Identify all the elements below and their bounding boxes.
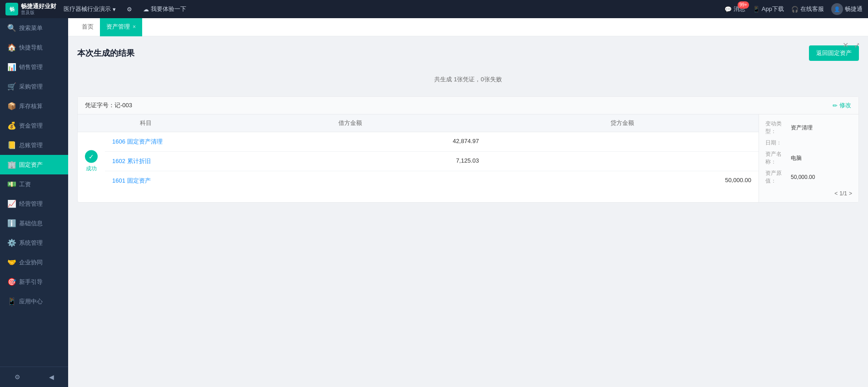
sidebar-item-ledger[interactable]: 📒 总账管理 [0,135,68,155]
table-row: 1606 固定资产清理 42,874.97 [105,132,759,152]
maximize-overlay-button[interactable]: ⤢ [853,40,861,50]
sidebar-item-label: 库存核算 [19,102,43,110]
tab-home[interactable]: 首页 [75,18,100,36]
company-settings-button[interactable]: ⚙ [123,3,136,15]
table-main: 科目 借方金额 贷方金额 ✓ 成功 [78,114,759,202]
close-overlay-button[interactable]: ✕ [842,40,849,50]
user-area[interactable]: 👤 畅捷通 [831,3,863,15]
asset-name-value: 电脑 [791,154,802,162]
logo-text: 畅捷通好业财 普及版 [21,3,56,15]
header-account: 科目 [78,114,214,132]
next-page-button[interactable]: > [849,190,852,197]
basic-info-icon: ℹ️ [7,219,15,228]
change-type-row: 变动类型： 资产清理 [765,120,852,135]
credit-cell: 50,000.00 [486,171,759,190]
edit-icon: ✏ [833,102,838,109]
success-indicator: ✓ 成功 [85,150,98,173]
sidebar-item-system[interactable]: ⚙️ 系统管理 [0,233,68,253]
header-debit: 借方金额 [214,114,486,132]
summary-text: 共生成 1张凭证，0张失败 [434,76,501,83]
original-value-label: 资产原值： [765,169,791,185]
logo-subtitle: 普及版 [21,10,56,15]
page-indicator: 1/1 [839,190,847,197]
voucher-table: 科目 借方金额 贷方金额 ✓ 成功 [78,114,858,202]
edit-button[interactable]: ✏ 修改 [833,101,851,109]
company-selector[interactable]: 医疗器械行业演示 ▾ [60,3,119,15]
tab-bar: 首页 资产管理 × [68,18,868,36]
sidebar-item-finance[interactable]: 💰 资金管理 [0,116,68,135]
account-cell[interactable]: 1606 固定资产清理 [105,132,214,151]
try-experience-button[interactable]: ☁ 我要体验一下 [139,3,190,15]
sidebar-item-label: 销售管理 [19,63,43,71]
voucher-header: 凭证字号：记-003 ✏ 修改 [78,97,858,114]
app-download-label: App下载 [762,5,784,13]
account-cell[interactable]: 1601 固定资产 [105,171,214,190]
sidebar-item-purchase[interactable]: 🛒 采购管理 [0,77,68,96]
account-cell[interactable]: 1602 累计折旧 [105,152,214,171]
side-panel: 变动类型： 资产清理 日期： 资产名称： 电脑 [759,114,858,202]
table-header: 科目 借方金额 贷方金额 [78,114,759,132]
original-value-row: 资产原值： 50,000.00 [765,169,852,185]
sidebar-item-operations[interactable]: 📈 经营管理 [0,194,68,213]
top-header: 畅 畅捷通好业财 普及版 医疗器械行业演示 ▾ ⚙ ☁ 我要体验一下 💬 消息 … [0,0,868,18]
edit-label: 修改 [839,101,851,109]
table-row: 1602 累计折旧 7,125.03 [105,152,759,171]
sidebar-item-enterprise[interactable]: 🤝 企业协同 [0,253,68,272]
credit-cell [486,132,759,151]
logo-icon: 畅 [5,3,18,15]
online-service-button[interactable]: 🎧 在线客服 [791,5,824,13]
table-rows: 1606 固定资产清理 42,874.97 1602 累计折旧 7,125.03 [78,132,759,190]
tab-close-button[interactable]: × [133,24,136,30]
dropdown-icon: ▾ [113,6,116,13]
app-download-button[interactable]: 📱 App下载 [753,5,784,13]
sidebar-item-payroll[interactable]: 💵 工资 [0,174,68,194]
logo-title: 畅捷通好业财 [21,3,56,10]
result-summary: 共生成 1张凭证，0张失败 [77,70,859,89]
sidebar-item-inventory[interactable]: 📦 库存核算 [0,96,68,116]
overlay-controls: ✕ ⤢ [842,40,861,50]
sidebar-item-label: 工资 [19,180,31,189]
page-content: ✕ ⤢ 本次生成的结果 返回固定资产 共生成 1张凭证，0张失败 凭证字号：记-… [68,36,868,387]
success-text: 成功 [86,165,97,173]
sidebar-item-guide[interactable]: 🎯 新手引导 [0,272,68,292]
debit-cell: 7,125.03 [214,152,486,171]
sidebar-item-sales[interactable]: 📊 销售管理 [0,57,68,77]
messages-button[interactable]: 💬 消息 99+ [724,5,745,13]
sidebar-collapse-button[interactable]: ◀ [46,371,57,383]
inventory-icon: 📦 [7,102,15,110]
payroll-icon: 💵 [7,180,15,189]
ledger-icon: 📒 [7,141,15,149]
guide-icon: 🎯 [7,278,15,286]
sidebar-item-fixed-assets[interactable]: 🏢 固定资产 [0,155,68,174]
voucher-card: 凭证字号：记-003 ✏ 修改 科目 借方金额 贷方金额 [77,96,859,203]
download-icon: 📱 [753,6,760,13]
debit-cell: 42,874.97 [214,132,486,151]
sidebar: 🔍 搜索菜单 🏠 快捷导航 📊 销售管理 🛒 采购管理 📦 库存核算 💰 资金管… [0,18,68,387]
sidebar-item-basic-info[interactable]: ℹ️ 基础信息 [0,213,68,233]
logo: 畅 畅捷通好业财 普及版 [5,3,56,15]
header-right: 💬 消息 99+ 📱 App下载 🎧 在线客服 👤 畅捷通 [724,3,863,15]
change-type-value: 资产清理 [791,124,813,132]
tab-home-label: 首页 [82,23,94,31]
message-icon: 💬 [724,6,732,13]
credit-cell [486,152,759,171]
asset-name-row: 资产名称： 电脑 [765,150,852,166]
sidebar-item-label: 经营管理 [19,200,43,208]
prev-page-button[interactable]: < [834,190,838,197]
messages-badge: 99+ [738,1,749,9]
system-icon: ⚙️ [7,238,15,247]
page-title-bar: 本次生成的结果 返回固定资产 [77,45,859,61]
success-circle-icon: ✓ [85,150,98,163]
tab-asset-management[interactable]: 资产管理 × [100,18,142,36]
sidebar-item-label: 基础信息 [19,219,43,228]
table-row: 1601 固定资产 50,000.00 [105,171,759,190]
asset-name-label: 资产名称： [765,150,791,166]
sidebar-item-quick-nav[interactable]: 🏠 快捷导航 [0,38,68,57]
sidebar-item-search[interactable]: 🔍 搜索菜单 [0,18,68,38]
app-center-icon: 📱 [7,297,15,306]
footer-settings-button[interactable]: ⚙ [12,371,23,383]
sidebar-item-label: 系统管理 [19,239,43,247]
page-title: 本次生成的结果 [77,48,134,59]
sidebar-item-app-center[interactable]: 📱 应用中心 [0,292,68,311]
original-value-value: 50,000.00 [791,174,815,180]
